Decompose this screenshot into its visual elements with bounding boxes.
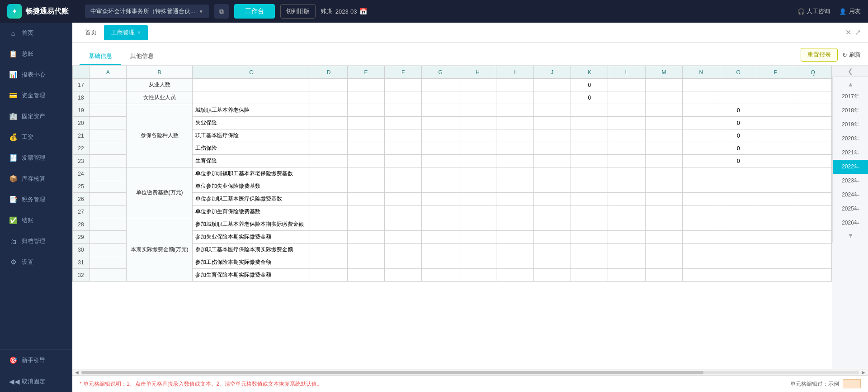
cell-22-h[interactable] [459, 142, 496, 155]
cell-20-e[interactable] [347, 117, 384, 129]
cell-32-a[interactable] [90, 269, 127, 282]
cell-24-g[interactable] [422, 167, 459, 180]
cell-22-c[interactable]: 工伤保险 [192, 142, 310, 155]
year-item-2022[interactable]: 2022年 [833, 160, 868, 174]
cell-18-j[interactable] [533, 91, 571, 104]
cell-20-k[interactable] [571, 117, 608, 129]
sidebar-item-settle[interactable]: ✅ 结账 [0, 210, 72, 231]
cell-26-a[interactable] [90, 193, 127, 206]
cell-20-d[interactable] [310, 117, 347, 129]
cell-31-h[interactable] [459, 256, 496, 269]
horizontal-scrollbar[interactable]: ◀ ▶ [72, 369, 868, 375]
cell-25-q[interactable] [794, 180, 832, 193]
scroll-thumb[interactable] [81, 371, 703, 374]
cell-25-e[interactable] [347, 180, 384, 193]
cell-22-j[interactable] [533, 142, 571, 155]
scroll-right-icon[interactable]: ▶ [860, 370, 867, 375]
cell-21-o[interactable]: 0 [720, 129, 757, 142]
cell-19-q[interactable] [794, 104, 832, 117]
cell-24-a[interactable] [90, 167, 127, 180]
year-item-2020[interactable]: 2020年 [833, 132, 868, 146]
cell-25-f[interactable] [385, 180, 422, 193]
cell-23-g[interactable] [422, 155, 459, 167]
cell-25-n[interactable] [683, 180, 720, 193]
cell-23-j[interactable] [533, 155, 571, 167]
cell-24-l[interactable] [608, 167, 645, 180]
cell-26-o[interactable] [720, 193, 757, 206]
year-item-2017[interactable]: 2017年 [833, 90, 868, 104]
collapse-left-icon[interactable]: ❮ [848, 67, 853, 75]
cell-28-d[interactable] [310, 218, 347, 231]
cell-30-l[interactable] [608, 244, 645, 256]
cell-25-g[interactable] [422, 180, 459, 193]
cell-18-i[interactable] [496, 91, 533, 104]
cell-27-k[interactable] [571, 206, 608, 218]
cell-27-i[interactable] [496, 206, 533, 218]
cell-27-c[interactable]: 单位参加生育保险缴费基数 [192, 206, 310, 218]
cell-31-l[interactable] [608, 256, 645, 269]
sidebar-item-archive[interactable]: 🗂 归档管理 [0, 231, 72, 252]
cell-18-l[interactable] [608, 91, 645, 104]
cell-28-l[interactable] [608, 218, 645, 231]
cell-20-g[interactable] [422, 117, 459, 129]
cell-27-j[interactable] [533, 206, 571, 218]
cell-21-j[interactable] [533, 129, 571, 142]
cell-19-d[interactable] [310, 104, 347, 117]
cell-32-k[interactable] [571, 269, 608, 282]
cell-24-c[interactable]: 单位参加城镇职工基本养老保险缴费基数 [192, 167, 310, 180]
cell-31-j[interactable] [533, 256, 571, 269]
year-item-2024[interactable]: 2024年 [833, 188, 868, 202]
year-item-2018[interactable]: 2018年 [833, 104, 868, 118]
cell-30-f[interactable] [385, 244, 422, 256]
cell-19-b[interactable]: 参保各险种人数 [127, 104, 192, 167]
cell-31-c[interactable]: 参加工伤保险本期实际缴费金额 [192, 256, 310, 269]
cell-29-e[interactable] [347, 231, 384, 244]
sidebar-item-fund[interactable]: 💳 资金管理 [0, 85, 72, 106]
cell-17-p[interactable] [757, 79, 794, 91]
cell-20-m[interactable] [645, 117, 682, 129]
cell-17-i[interactable] [496, 79, 533, 91]
cell-27-o[interactable] [720, 206, 757, 218]
cell-21-q[interactable] [794, 129, 832, 142]
sidebar-item-report[interactable]: 📊 报表中心 [0, 64, 72, 85]
cell-21-d[interactable] [310, 129, 347, 142]
cell-17-c[interactable] [192, 79, 310, 91]
cell-29-n[interactable] [683, 231, 720, 244]
cell-29-i[interactable] [496, 231, 533, 244]
cell-20-h[interactable] [459, 117, 496, 129]
cell-24-q[interactable] [794, 167, 832, 180]
sidebar-item-ledger[interactable]: 📋 总账 [0, 43, 72, 64]
cell-23-o[interactable]: 0 [720, 155, 757, 167]
sidebar-item-unpin[interactable]: ◀◀ 取消固定 [0, 371, 72, 392]
cell-17-q[interactable] [794, 79, 832, 91]
cell-32-l[interactable] [608, 269, 645, 282]
cell-22-f[interactable] [385, 142, 422, 155]
cell-21-l[interactable] [608, 129, 645, 142]
cell-22-p[interactable] [757, 142, 794, 155]
cell-28-f[interactable] [385, 218, 422, 231]
cell-19-h[interactable] [459, 104, 496, 117]
cell-23-k[interactable] [571, 155, 608, 167]
year-nav-down-icon[interactable]: ▼ [846, 230, 856, 241]
cell-30-a[interactable] [90, 244, 127, 256]
cell-27-p[interactable] [757, 206, 794, 218]
cell-26-k[interactable] [571, 193, 608, 206]
cell-23-n[interactable] [683, 155, 720, 167]
cell-18-p[interactable] [757, 91, 794, 104]
sidebar-item-tax[interactable]: 📑 税务管理 [0, 189, 72, 210]
cell-24-h[interactable] [459, 167, 496, 180]
cell-27-q[interactable] [794, 206, 832, 218]
cell-24-b[interactable]: 单位缴费基数(万元) [127, 167, 192, 218]
cell-18-c[interactable] [192, 91, 310, 104]
ai-consult-button[interactable]: 🎧 人工咨询 [797, 7, 830, 15]
cell-24-p[interactable] [757, 167, 794, 180]
cell-30-q[interactable] [794, 244, 832, 256]
cell-21-h[interactable] [459, 129, 496, 142]
cell-29-k[interactable] [571, 231, 608, 244]
cell-25-m[interactable] [645, 180, 682, 193]
cell-24-i[interactable] [496, 167, 533, 180]
cell-25-d[interactable] [310, 180, 347, 193]
sidebar-item-wage[interactable]: 💰 工资 [0, 127, 72, 148]
cell-22-l[interactable] [608, 142, 645, 155]
cell-21-f[interactable] [385, 129, 422, 142]
